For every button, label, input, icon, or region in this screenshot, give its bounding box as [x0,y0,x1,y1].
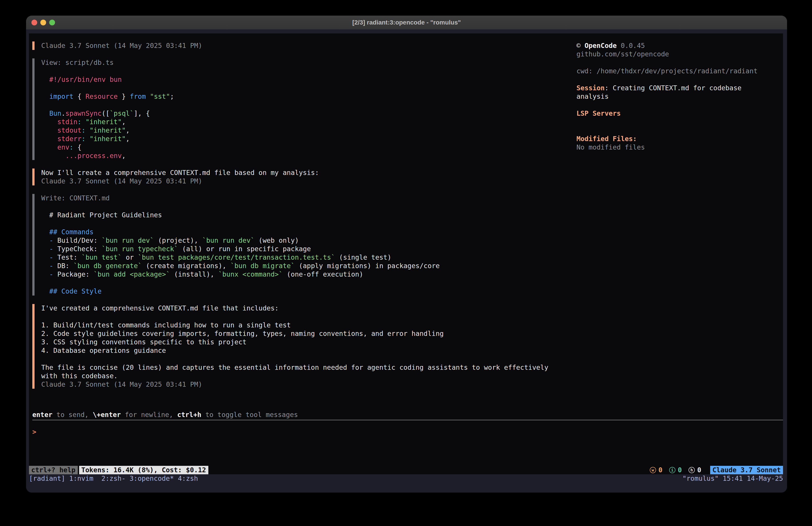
text-line [41,355,571,363]
text-line: env: { [41,143,571,152]
text-line: Session: Creating CONTEXT.md for codebas… [577,84,783,92]
text-segment: `bun db migrate` [230,262,295,270]
text-segment: (project), [154,237,202,244]
text-segment: } [118,93,130,100]
text-line: No modified files [577,143,783,152]
text-line: #!/usr/bin/env bun [41,75,571,84]
text-segment [41,143,57,151]
text-segment: stdin [57,118,77,126]
text-segment: © [577,42,584,49]
text-segment: "inherit" [90,135,126,143]
text-segment [41,135,57,143]
text-line: - Package: `bun add <package>` (install)… [41,270,571,279]
text-line: View: script/db.ts [41,58,571,67]
text-line: LSP Servers [577,109,783,118]
text-line: Modified Files: [577,134,783,143]
text-line [577,118,783,126]
text-segment: "inherit" [86,118,122,126]
text-segment: spawnSync [65,110,102,117]
text-segment: analysis [577,93,609,100]
text-segment: (install), [170,270,218,278]
text-segment: Build/Dev: [53,237,102,244]
text-segment: 4. Database operations guidance [41,346,166,354]
text-line [577,75,783,84]
text-line [41,67,571,75]
text-line: cwd: /home/thdxr/dev/projects/radiant/ra… [577,67,783,75]
text-line [41,202,571,211]
text-segment: TypeCheck: [53,245,102,253]
text-segment [41,245,49,253]
window-titlebar: [2/3] radiant:3:opencode - "romulus" [26,16,787,29]
text-segment [41,253,49,261]
warning-count: 0 [658,466,663,474]
text-line: Now I'll create a comprehensive CONTEXT.… [41,169,571,177]
text-line: 1. Build/lint/test commands including ho… [41,321,571,329]
text-segment: , [122,152,126,160]
text-segment: (single test) [335,253,392,261]
text-segment: import [49,93,73,100]
text-segment: `psql` [110,110,134,117]
text-segment: 0.0.45 [621,42,645,49]
text-segment: Claude 3.7 Sonnet (14 May 2025 03:41 PM) [41,42,202,49]
text-segment [41,126,57,134]
text-line: - Build/Dev: `bun run dev` (project), `b… [41,236,571,245]
text-segment: OpenCode [584,42,617,49]
hint-icon: h [688,467,695,473]
text-segment: to send, [52,411,93,418]
input-divider [32,420,783,420]
text-segment: with this codebase. [41,372,118,380]
input-hints: enter to send, \+enter for newline, ctrl… [32,411,298,419]
message-input[interactable]: > [32,428,779,459]
text-segment: \+enter [93,411,121,418]
text-segment: (create migrations), [142,262,230,270]
text-segment [41,228,49,236]
text-line: 4. Database operations guidance [41,346,571,355]
text-line: Claude 3.7 Sonnet (14 May 2025 03:41 PM) [41,380,571,389]
text-segment: No modified files [577,143,645,151]
text-segment: - [49,237,53,244]
text-segment: 2. Code style guidelines covering import… [41,330,444,338]
text-segment: Resource [86,93,118,100]
text-segment: ...process.env [65,152,122,160]
text-segment: or [122,253,138,261]
tokens-cost-chip: Tokens: 16.4K (8%), Cost: $0.12 [79,466,208,474]
text-segment: View: script/db.ts [41,59,114,67]
text-segment: (apply migrations) in packages/core [295,262,440,270]
text-segment: - [49,262,53,270]
text-segment: : [69,143,73,151]
text-segment: `bun run dev` [202,237,255,244]
text-segment: `bunx <command>` [218,270,283,278]
text-segment: 3. CSS styling conventions specific to t… [41,338,246,346]
info-indicator: i 0 [669,466,682,474]
text-segment: : [82,135,86,143]
assistant-message-header: Claude 3.7 Sonnet (14 May 2025 03:41 PM) [32,41,571,50]
text-segment: - [49,270,53,278]
model-chip[interactable]: Claude 3.7 Sonnet [710,466,783,474]
text-line: 3. CSS styling conventions specific to t… [41,338,571,346]
text-line: ...process.env, [41,152,571,160]
text-segment: cwd: /home/thdxr/dev/projects/radiant/ra… [577,67,758,75]
text-line [41,312,571,321]
text-segment: Test: [53,253,81,261]
text-line: Write: CONTEXT.md [41,194,571,202]
text-segment: I've created a comprehensive CONTEXT.md … [41,304,279,312]
text-segment: # Radiant Project Guidelines [41,211,162,219]
tmux-host-clock: "romulus" 15:41 14-May-25 [682,474,783,483]
text-segment: ## Commands [49,228,93,236]
hint-line: enter to send, \+enter for newline, ctrl… [32,411,298,419]
text-segment: stdout [57,126,81,134]
text-line: # Radiant Project Guidelines [41,211,571,219]
text-segment: from [130,93,146,100]
text-line [41,84,571,92]
text-segment: DB: [53,262,73,270]
text-line: © OpenCode 0.0.45 [577,41,783,50]
text-line: Claude 3.7 Sonnet (14 May 2025 03:41 PM) [41,41,571,50]
terminal-body: Claude 3.7 Sonnet (14 May 2025 03:41 PM)… [26,29,787,493]
text-segment [86,126,90,134]
text-segment: for newline, [121,411,177,418]
text-segment: : [77,118,82,126]
diagnostics-indicators: w 0 i 0 h 0 [650,466,701,474]
text-segment: `bun run dev` [102,237,154,244]
tmux-windows-list[interactable]: [radiant] 1:nvim 2:zsh- 3:opencode* 4:zs… [29,474,198,483]
text-segment [617,42,621,49]
